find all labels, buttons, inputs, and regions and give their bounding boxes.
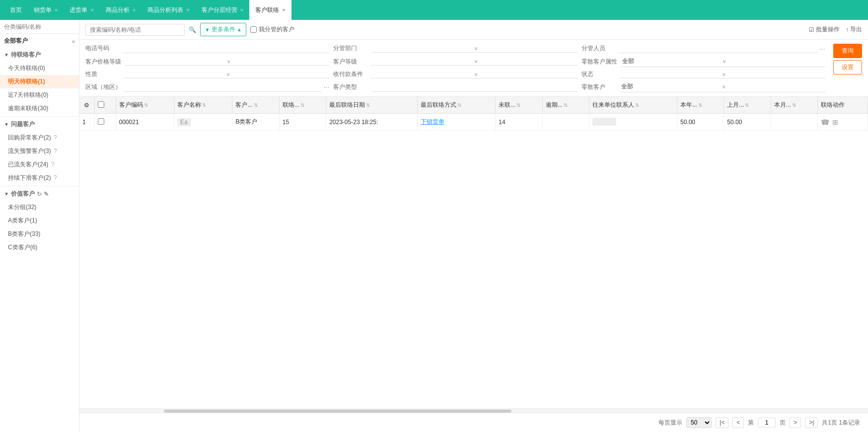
sidebar-item-ungrouped[interactable]: 未分组(32): [0, 201, 79, 214]
filter-field-dept: 分管部门 ∨: [333, 44, 577, 53]
customer-type-input[interactable]: [371, 82, 577, 92]
close-icon[interactable]: ×: [90, 7, 93, 13]
close-icon[interactable]: ×: [55, 7, 58, 13]
page-input[interactable]: [758, 418, 776, 428]
first-page-button[interactable]: |<: [716, 417, 728, 428]
nature-select[interactable]: ∨: [123, 71, 329, 78]
col-last-contact-date-header[interactable]: 最后联络日期 ⇅: [326, 97, 418, 114]
col-unit-contact-header[interactable]: 往来单位联系人 ⇅: [589, 97, 677, 114]
sidebar-item-today-contact[interactable]: 今天待联络(0): [0, 62, 79, 75]
region-input[interactable]: [124, 82, 322, 92]
close-icon[interactable]: ×: [240, 7, 243, 13]
col-type-header[interactable]: 客户... ⇅: [232, 97, 279, 114]
nav-customer-tier[interactable]: 客户分层经营 ×: [196, 0, 249, 20]
close-icon[interactable]: ×: [186, 7, 189, 13]
per-page-select[interactable]: 50 100 200: [686, 417, 712, 428]
refresh-icon[interactable]: ↻: [37, 191, 42, 198]
col-name-header[interactable]: 客户名称 ⇅: [174, 97, 232, 114]
col-this-month-header[interactable]: 本月... ⇅: [771, 97, 817, 114]
value-grade-select[interactable]: ∨: [124, 58, 329, 66]
sidebar-item-tomorrow-contact[interactable]: 明天待联络(1): [0, 75, 79, 88]
filter-icon: ▼: [205, 27, 210, 33]
phone-input[interactable]: [123, 44, 329, 53]
sidebar-search-input[interactable]: [4, 23, 78, 30]
retail-customer-select[interactable]: 全部 ∨: [619, 81, 825, 92]
phone-action-icon[interactable]: ☎: [821, 118, 829, 126]
customer-grade-label: 客户等级: [333, 58, 368, 66]
col-not-contacted-header[interactable]: 未联... ⇅: [496, 97, 542, 114]
select-all-checkbox[interactable]: [98, 101, 104, 108]
export-icon: ↑: [846, 26, 849, 33]
my-customers-checkbox[interactable]: [250, 26, 257, 33]
sidebar-group-pending-contact[interactable]: ▼ 待联络客户: [0, 48, 79, 62]
col-overdue-header[interactable]: 逾期... ⇅: [542, 97, 589, 114]
filter-field-retail-customer: 零散客户 全部 ∨: [581, 81, 825, 92]
payment-select[interactable]: ∨: [371, 71, 577, 78]
sort-icon: ⇅: [792, 102, 796, 108]
sidebar-all-customers[interactable]: 全部客户 «: [0, 34, 79, 48]
sidebar-item-churn-warning[interactable]: 流失预警客户(3) ?: [0, 144, 79, 158]
last-page-button[interactable]: >|: [805, 417, 818, 428]
col-last-contact-method-header[interactable]: 最后联络方式 ⇅: [418, 97, 496, 114]
close-icon[interactable]: ×: [282, 7, 285, 13]
my-customers-checkbox-label[interactable]: 我分管的客户: [250, 25, 294, 34]
col-last-month-header[interactable]: 上月... ⇅: [724, 97, 771, 114]
table-row: 1 000021 Ea B类客户 15 2023-05-23 18:25: 下销…: [79, 114, 868, 131]
col-contacts-header[interactable]: 联络... ⇅: [279, 97, 326, 114]
export-button[interactable]: ↑ 导出: [846, 25, 862, 34]
nav-product-analysis[interactable]: 商品分析 ×: [100, 0, 142, 20]
ellipsis-icon[interactable]: ···: [324, 83, 330, 91]
dept-label: 分管部门: [333, 44, 368, 53]
chevron-up-icon: ▲: [237, 27, 242, 32]
next-page-button[interactable]: >: [790, 417, 801, 428]
sidebar-group-problem-customers[interactable]: ▼ 问题客户: [0, 118, 79, 131]
batch-operation-button[interactable]: ☑ 批量操作: [809, 25, 840, 34]
sidebar-item-class-c[interactable]: C类客户(6): [0, 241, 79, 254]
sidebar-item-churned[interactable]: 已流失客户(24) ?: [0, 158, 79, 171]
col-gear[interactable]: ⚙: [79, 97, 94, 114]
nav-customer-contact[interactable]: 客户联络 ×: [249, 0, 291, 20]
row-checkbox[interactable]: [98, 118, 104, 125]
person-input[interactable]: [619, 44, 818, 53]
sidebar-item-declining[interactable]: 持续下滑客户(2) ?: [0, 171, 79, 185]
status-select[interactable]: ∨: [619, 71, 825, 78]
nav-product-analysis-list[interactable]: 商品分析列表 ×: [142, 0, 195, 20]
filter-field-retail-attr: 零散客户属性 全部 ∨: [581, 56, 825, 67]
horizontal-scrollbar[interactable]: [79, 409, 868, 413]
main-search-input[interactable]: [85, 24, 185, 36]
sidebar-item-repurchase-abnormal[interactable]: 回购异常客户(2) ?: [0, 131, 79, 144]
sidebar-item-class-a[interactable]: A类客户(1): [0, 214, 79, 227]
customer-type-label: 客户类型: [333, 83, 368, 91]
ellipsis-icon[interactable]: ···: [819, 45, 825, 53]
prev-page-button[interactable]: <: [732, 417, 744, 428]
setting-button[interactable]: 设置: [833, 60, 862, 74]
help-icon: ?: [54, 174, 57, 181]
nav-purchase-order[interactable]: 进货单 ×: [64, 0, 99, 20]
row-last-contact-method[interactable]: 下销货单: [418, 114, 496, 131]
help-icon: ?: [54, 147, 57, 154]
col-code-header[interactable]: 客户编码 ⇅: [116, 97, 174, 114]
nav-sales-order[interactable]: 销货单 ×: [28, 0, 64, 20]
grid-action-icon[interactable]: ⊞: [832, 118, 838, 126]
dept-select[interactable]: ∨: [371, 45, 577, 53]
close-icon[interactable]: ×: [133, 7, 136, 13]
sidebar-item-overdue-contact[interactable]: 逾期未联络(30): [0, 102, 79, 115]
sidebar-item-class-b[interactable]: B类客户(33): [0, 227, 79, 241]
col-check-header[interactable]: [94, 97, 116, 114]
customer-grade-select[interactable]: ∨: [371, 58, 577, 66]
help-icon: ?: [54, 134, 57, 141]
nav-home[interactable]: 首页: [4, 0, 28, 20]
sort-icon: ⇅: [144, 102, 148, 108]
sidebar-item-7days-contact[interactable]: 近7天待联络(0): [0, 88, 79, 102]
retail-attr-select[interactable]: 全部 ∨: [620, 56, 825, 67]
collapse-icon: «: [72, 38, 75, 44]
sidebar-group-value-customers[interactable]: ▼ 价值客户 ↻ ✎: [0, 187, 79, 201]
scrollbar-thumb[interactable]: [164, 410, 511, 413]
query-button[interactable]: 查询: [833, 44, 862, 58]
nature-label: 性质: [85, 70, 120, 78]
row-check[interactable]: [94, 114, 116, 131]
edit-icon[interactable]: ✎: [44, 191, 49, 198]
search-icon[interactable]: 🔍: [189, 26, 196, 33]
more-conditions-button[interactable]: ▼ 更多条件 ▲: [200, 23, 246, 36]
col-this-year-header[interactable]: 本年... ⇅: [677, 97, 723, 114]
